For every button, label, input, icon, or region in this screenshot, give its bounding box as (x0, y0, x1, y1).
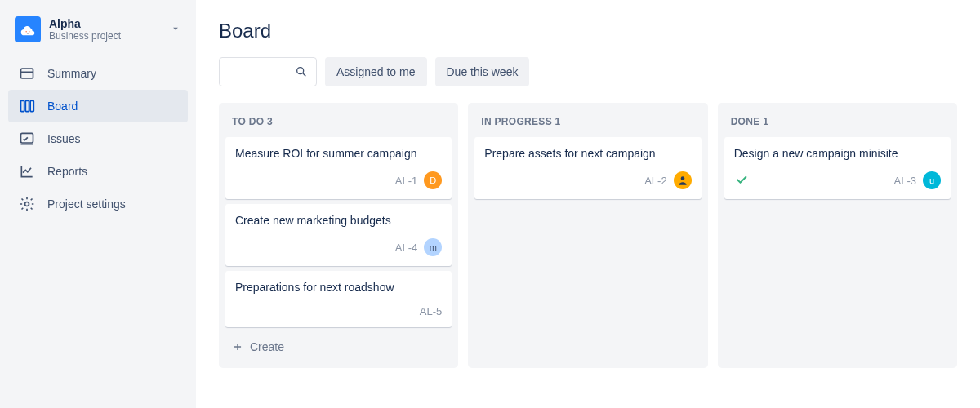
svg-point-10 (297, 68, 304, 74)
svg-point-1 (29, 31, 29, 32)
card[interactable]: Create new marketing budgets AL-4 m (225, 204, 452, 266)
nav-item-issues[interactable]: Issues (8, 122, 188, 155)
filter-assigned-to-me[interactable]: Assigned to me (325, 57, 427, 86)
svg-rect-4 (21, 100, 24, 111)
card[interactable]: Preparations for next roadshow AL-5 (225, 271, 452, 327)
card-key: AL-5 (420, 305, 442, 317)
avatar[interactable]: D (424, 171, 442, 189)
svg-point-0 (25, 31, 26, 32)
column-header: DONE 1 (724, 113, 951, 137)
card[interactable]: Measure ROI for summer campaign AL-1 D (225, 137, 452, 199)
nav-item-summary[interactable]: Summary (8, 57, 188, 90)
cloud-icon (19, 20, 37, 38)
project-logo (15, 16, 41, 42)
avatar[interactable]: m (424, 238, 442, 256)
project-name: Alpha (49, 17, 121, 30)
nav-label: Project settings (47, 197, 126, 211)
svg-point-12 (680, 176, 684, 180)
card-title: Measure ROI for summer campaign (235, 147, 442, 160)
nav-item-settings[interactable]: Project settings (8, 188, 188, 220)
column-header: TO DO 3 (225, 113, 452, 137)
nav-item-board[interactable]: Board (8, 90, 188, 122)
nav-item-reports[interactable]: Reports (8, 155, 188, 188)
nav-label: Summary (47, 67, 96, 80)
svg-point-9 (25, 202, 29, 206)
avatar[interactable]: u (923, 171, 941, 189)
gear-icon (18, 195, 36, 213)
svg-rect-6 (30, 100, 33, 111)
card-key: AL-3 (894, 175, 916, 187)
search-icon (295, 65, 308, 78)
filter-due-this-week[interactable]: Due this week (435, 57, 530, 86)
card[interactable]: Design a new campaign minisite AL-3 u (724, 137, 951, 199)
card-title: Prepare assets for next campaign (484, 147, 691, 160)
nav-label: Board (47, 100, 78, 113)
card-title: Preparations for next roadshow (235, 281, 442, 294)
sidebar: Alpha Business project Summary Board Iss… (0, 0, 196, 408)
column-todo: TO DO 3 Measure ROI for summer campaign … (219, 103, 458, 368)
check-icon (734, 172, 749, 189)
nav-label: Reports (47, 165, 87, 178)
card-key: AL-2 (644, 175, 666, 187)
reports-icon (18, 162, 36, 180)
person-icon (677, 175, 688, 186)
issues-icon (18, 130, 36, 148)
card-key: AL-4 (395, 242, 417, 254)
card-title: Create new marketing budgets (235, 214, 442, 227)
project-switcher[interactable]: Alpha Business project (8, 16, 188, 57)
board-icon (18, 97, 36, 115)
avatar[interactable] (674, 171, 692, 189)
plus-icon (232, 341, 243, 353)
project-subtitle: Business project (49, 30, 121, 42)
column-done: DONE 1 Design a new campaign minisite AL… (718, 103, 957, 368)
column-header: IN PROGRESS 1 (474, 113, 701, 137)
chevron-down-icon (170, 23, 181, 37)
svg-line-11 (303, 73, 305, 76)
nav-list: Summary Board Issues Reports Project set… (8, 57, 188, 220)
nav-label: Issues (47, 132, 80, 145)
svg-rect-2 (21, 69, 33, 78)
svg-rect-5 (25, 100, 29, 111)
filter-row: Assigned to me Due this week (219, 57, 957, 86)
create-label: Create (250, 340, 284, 353)
card[interactable]: Prepare assets for next campaign AL-2 (474, 137, 701, 199)
card-key: AL-1 (395, 175, 417, 187)
search-input[interactable] (219, 57, 317, 86)
create-card-button[interactable]: Create (225, 332, 452, 361)
board-columns: TO DO 3 Measure ROI for summer campaign … (219, 103, 957, 368)
summary-icon (18, 64, 36, 82)
card-title: Design a new campaign minisite (734, 147, 941, 160)
main-content: Board Assigned to me Due this week TO DO… (196, 0, 980, 408)
page-title: Board (219, 20, 957, 42)
column-inprogress: IN PROGRESS 1 Prepare assets for next ca… (468, 103, 707, 368)
